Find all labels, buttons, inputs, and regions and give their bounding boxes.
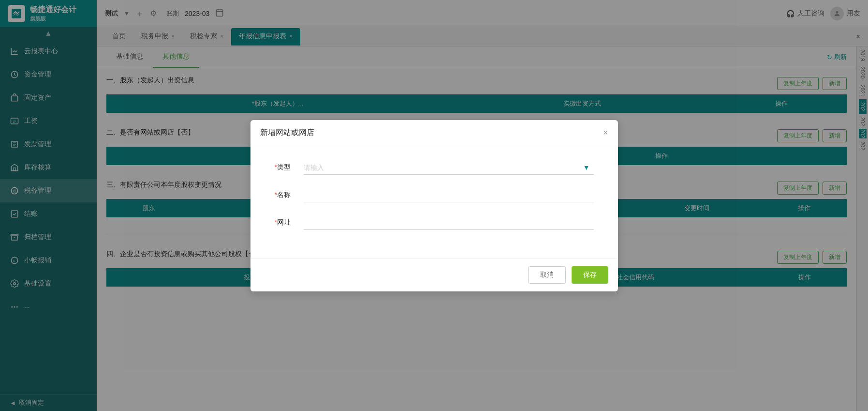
type-input-wrapper: ▼ bbox=[304, 161, 594, 175]
url-input[interactable] bbox=[304, 216, 594, 229]
dialog-header: 新增网站或网店 × bbox=[250, 120, 618, 146]
dialog-title: 新增网站或网店 bbox=[260, 128, 314, 138]
name-label-text: 名称 bbox=[277, 191, 291, 198]
type-input[interactable] bbox=[304, 161, 594, 174]
dialog-close-icon[interactable]: × bbox=[603, 128, 608, 138]
type-label-text: 类型 bbox=[277, 163, 291, 171]
type-dropdown-icon[interactable]: ▼ bbox=[583, 164, 590, 171]
add-website-dialog: 新增网站或网店 × *类型 ▼ *名称 bbox=[250, 120, 618, 291]
dialog-body: *类型 ▼ *名称 *网址 bbox=[250, 146, 618, 258]
url-label: *网址 bbox=[275, 218, 304, 227]
url-input-wrapper bbox=[304, 216, 594, 230]
name-label: *名称 bbox=[275, 191, 304, 199]
dialog-overlay: 新增网站或网店 × *类型 ▼ *名称 bbox=[0, 0, 868, 411]
cancel-button[interactable]: 取消 bbox=[528, 266, 566, 284]
dialog-footer: 取消 保存 bbox=[250, 258, 618, 291]
name-input-wrapper bbox=[304, 188, 594, 202]
form-row-url: *网址 bbox=[275, 216, 594, 230]
type-label: *类型 bbox=[275, 163, 304, 172]
form-row-type: *类型 ▼ bbox=[275, 161, 594, 175]
save-button[interactable]: 保存 bbox=[572, 266, 608, 284]
name-input[interactable] bbox=[304, 188, 594, 202]
form-row-name: *名称 bbox=[275, 188, 594, 202]
url-label-text: 网址 bbox=[277, 218, 291, 226]
